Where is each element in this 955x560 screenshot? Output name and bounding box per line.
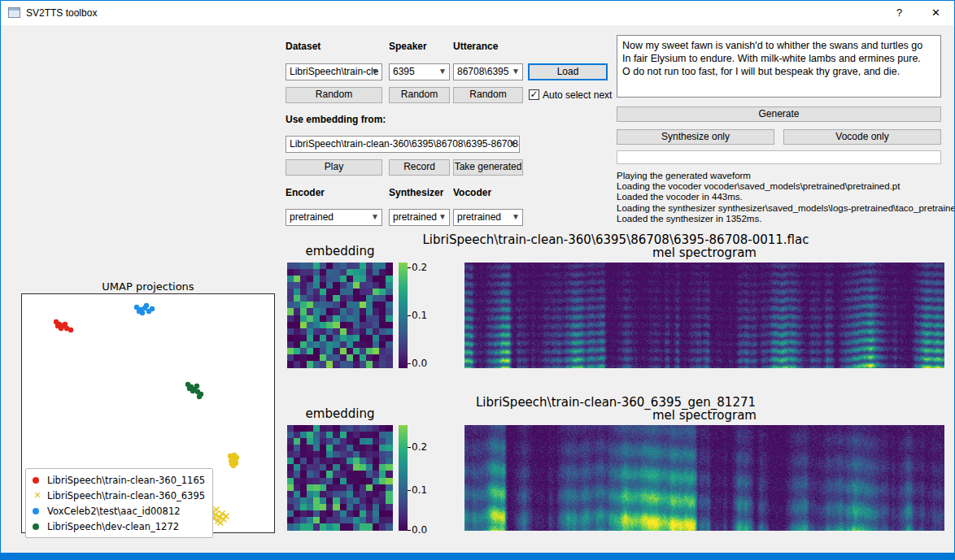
vocoder-select[interactable]: pretrained ▼ — [453, 209, 523, 226]
encoder-label: Encoder — [286, 187, 325, 198]
title-bar[interactable]: SV2TTS toolbox ? ✕ — [1, 1, 954, 25]
colorbar-tick-label: 0.1 — [412, 484, 427, 496]
dataset-value: LibriSpeech\train-cle — [290, 66, 378, 77]
legend-item: VoxCeleb2\test\aac_id00812 — [31, 503, 207, 519]
synthesize-only-button[interactable]: Synthesize only — [617, 129, 774, 145]
log-line: Loaded the synthesizer in 1352ms. — [617, 214, 955, 224]
dataset-label: Dataset — [286, 41, 321, 52]
vocoder-value: pretrained — [457, 211, 501, 223]
auto-select-checkbox[interactable] — [529, 89, 539, 100]
legend-item: LibriSpeech\train-clean-360_1165 — [31, 472, 207, 488]
close-button[interactable]: ✕ — [918, 1, 954, 25]
synthesizer-value: pretrained — [393, 211, 437, 223]
legend-label: LibriSpeech\train-clean-360_1165 — [47, 475, 205, 486]
legend-label: LibriSpeech\dev-clean_1272 — [47, 521, 179, 532]
synthesizer-select[interactable]: pretrained ▼ — [389, 209, 450, 226]
app-window: SV2TTS toolbox ? ✕ Dataset Speaker Utter… — [0, 0, 955, 560]
speaker-value: 6395 — [393, 66, 415, 77]
colorbar-tick-label: 0.2 — [412, 441, 427, 453]
utterance-value: 86708\6395 — [457, 66, 508, 77]
embedding-bottom-title: embedding — [287, 406, 393, 421]
use-embedding-label: Use embedding from: — [286, 114, 386, 125]
chevron-down-icon: ▼ — [438, 212, 447, 221]
colorbar-tickmark — [408, 490, 411, 491]
progress-bar — [617, 150, 941, 164]
mel-spectrogram-bottom — [464, 425, 944, 531]
x-marker-icon: ✕ — [31, 490, 44, 501]
colorbar-tick-label: 0.0 — [412, 358, 427, 369]
encoder-value: pretrained — [290, 211, 334, 223]
colorbar-tickmark — [408, 363, 411, 364]
utterance-label: Utterance — [453, 41, 498, 52]
chevron-down-icon: ▼ — [512, 67, 520, 76]
log-line: Loading the vocoder vocoder\saved_models… — [617, 181, 955, 192]
mel-spectrogram-top — [464, 263, 944, 368]
embedding-heatmap-top — [287, 263, 393, 368]
utterance-select[interactable]: 86708\6395 ▼ — [453, 63, 523, 80]
window-bottom-border — [1, 553, 954, 559]
app-icon — [8, 7, 20, 18]
embedding-source-value: LibriSpeech\train-clean-360\6395\86708\6… — [290, 138, 520, 150]
colorbar-tickmark — [408, 530, 411, 531]
colorbar-tick-label: 0.0 — [412, 524, 427, 536]
legend-label: LibriSpeech\train-clean-360_6395 — [47, 490, 205, 501]
colorbar-tickmark — [408, 267, 411, 268]
chevron-down-icon: ▼ — [371, 67, 379, 76]
spectrogram-bottom-title: mel spectrogram — [464, 408, 944, 423]
load-button[interactable]: Load — [528, 63, 608, 80]
speaker-select[interactable]: 6395 ▼ — [389, 63, 450, 80]
generate-button[interactable]: Generate — [617, 106, 941, 122]
dot-marker-icon — [33, 523, 39, 530]
log-line: Loading the synthesizer synthesizer\save… — [617, 203, 955, 214]
random-utterance-button[interactable]: Random — [453, 87, 523, 103]
colorbar-bottom — [399, 425, 408, 531]
play-button[interactable]: Play — [286, 159, 382, 176]
embedding-source-select[interactable]: LibriSpeech\train-clean-360\6395\86708\6… — [286, 136, 520, 153]
colorbar-tick-label: 0.2 — [412, 262, 427, 273]
colorbar-top — [399, 263, 408, 368]
vocoder-label: Vocoder — [453, 187, 491, 198]
legend-label: VoxCeleb2\test\aac_id00812 — [47, 506, 181, 517]
embedding-heatmap-bottom — [287, 425, 393, 531]
chevron-down-icon: ▼ — [438, 67, 447, 76]
record-button[interactable]: Record — [389, 159, 450, 176]
auto-select-label[interactable]: Auto select next — [543, 89, 612, 101]
umap-legend: LibriSpeech\train-clean-360_1165✕LibriSp… — [25, 468, 213, 538]
text-to-synthesize-input[interactable]: Now my sweet fawn is vanish'd to whither… — [617, 35, 941, 98]
random-speaker-button[interactable]: Random — [389, 87, 450, 103]
chevron-down-icon: ▼ — [371, 212, 379, 221]
umap-title: UMAP projections — [21, 280, 275, 293]
log-output: Playing the generated waveform Loading t… — [617, 171, 955, 224]
colorbar-tickmark — [408, 315, 411, 316]
legend-item: LibriSpeech\dev-clean_1272 — [31, 519, 207, 534]
legend-item: ✕LibriSpeech\train-clean-360_6395 — [31, 488, 207, 503]
help-button[interactable]: ? — [881, 1, 918, 25]
umap-plot: LibriSpeech\train-clean-360_1165✕LibriSp… — [21, 293, 275, 533]
log-line: Playing the generated waveform — [617, 171, 955, 181]
log-line: Loaded the vocoder in 443ms. — [617, 192, 955, 202]
dot-marker-icon — [33, 477, 39, 484]
dot-marker-icon — [33, 508, 39, 514]
synthesizer-label: Synthesizer — [389, 187, 443, 198]
random-dataset-button[interactable]: Random — [286, 87, 382, 103]
window-title: SV2TTS toolbox — [26, 7, 97, 19]
dataset-select[interactable]: LibriSpeech\train-cle ▼ — [286, 63, 382, 80]
speaker-label: Speaker — [389, 41, 427, 52]
colorbar-tickmark — [408, 447, 411, 448]
chevron-down-icon: ▼ — [512, 212, 520, 221]
embedding-top-title: embedding — [287, 244, 393, 258]
encoder-select[interactable]: pretrained ▼ — [286, 209, 382, 226]
spectrogram-top-title: mel spectrogram — [464, 245, 944, 260]
vocode-only-button[interactable]: Vocode only — [783, 129, 941, 145]
take-generated-button[interactable]: Take generated — [453, 159, 523, 176]
chevron-down-icon: ▼ — [508, 139, 517, 148]
colorbar-tick-label: 0.1 — [412, 310, 427, 321]
